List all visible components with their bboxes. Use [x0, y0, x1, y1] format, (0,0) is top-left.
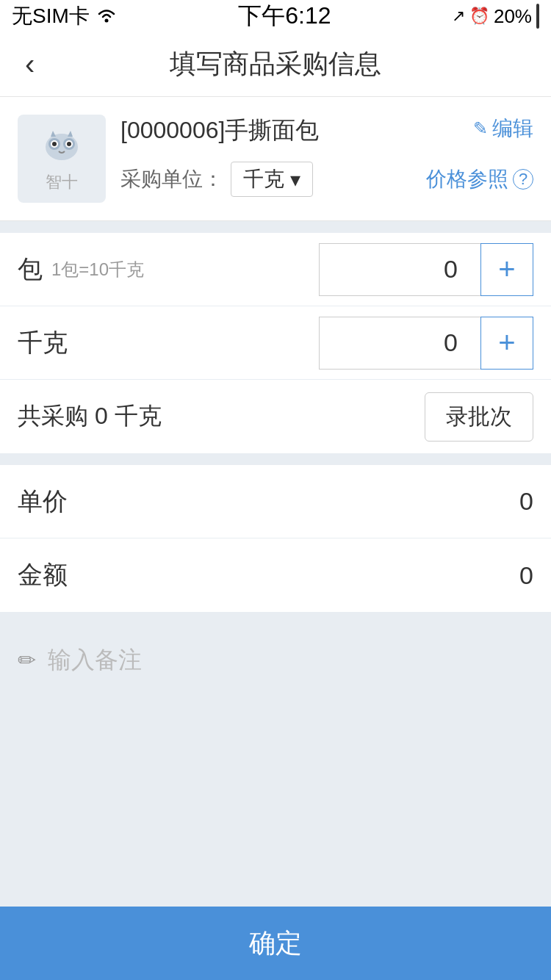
edit-label: 编辑 — [492, 115, 533, 143]
bag-label: 包 1包=10千克 — [18, 253, 144, 287]
carrier-label: 无SIM卡 — [12, 2, 90, 30]
kg-label-text: 千克 — [18, 326, 68, 360]
svg-point-0 — [104, 19, 108, 23]
owl-label: 智十 — [46, 171, 78, 193]
bag-sublabel: 1包=10千克 — [51, 258, 144, 281]
alarm-icon: ⏰ — [469, 7, 489, 26]
status-left: 无SIM卡 — [12, 2, 118, 30]
divider-2 — [0, 453, 551, 465]
unit-price-row: 单价 0 — [0, 465, 551, 538]
main-content: 智十 [0000006]手撕面包 ✎ 编辑 采购单位： 千克 ▾ — [0, 97, 551, 980]
unit-price-label: 单价 — [18, 485, 68, 519]
edit-icon: ✎ — [473, 118, 488, 139]
bag-input-wrap: + — [319, 243, 533, 296]
bag-plus-icon: + — [498, 253, 515, 286]
svg-point-7 — [67, 142, 71, 146]
status-bar: 无SIM卡 下午6:12 ↗ ⏰ 20% — [0, 0, 551, 32]
kg-quantity-input[interactable] — [319, 317, 480, 370]
back-button[interactable]: ‹ — [18, 40, 42, 88]
price-ref-button[interactable]: 价格参照 ? — [426, 165, 533, 193]
battery-percent: 20% — [494, 5, 532, 28]
kg-plus-icon: + — [498, 326, 515, 359]
kg-label: 千克 — [18, 326, 135, 360]
status-right: ↗ ⏰ 20% — [452, 5, 539, 28]
unit-selector[interactable]: 千克 ▾ — [231, 162, 313, 197]
unit-price-value: 0 — [519, 487, 533, 516]
pencil-icon: ✏ — [18, 647, 36, 673]
divider-1 — [0, 221, 551, 233]
product-image: 智十 — [18, 115, 106, 203]
gps-icon: ↗ — [452, 7, 465, 26]
amount-row: 金额 0 — [0, 538, 551, 612]
battery-icon — [536, 5, 539, 28]
price-ref-label: 价格参照 — [426, 165, 508, 193]
batch-button[interactable]: 录批次 — [425, 392, 533, 442]
product-card: 智十 [0000006]手撕面包 ✎ 编辑 采购单位： 千克 ▾ — [0, 97, 551, 221]
summary-row: 共采购 0 千克 录批次 — [0, 380, 551, 453]
purchase-unit-label: 采购单位： — [120, 165, 223, 193]
kg-input-wrap: + — [319, 317, 533, 370]
remark-placeholder: 输入备注 — [48, 644, 142, 677]
svg-point-6 — [52, 142, 57, 146]
kg-plus-button[interactable]: + — [480, 317, 533, 370]
nav-bar: ‹ 填写商品采购信息 — [0, 32, 551, 97]
kg-input-row: 千克 + — [0, 306, 551, 380]
amount-value: 0 — [519, 561, 533, 590]
confirm-bar[interactable]: 确定 — [0, 907, 551, 980]
dropdown-icon: ▾ — [290, 167, 300, 192]
page-title: 填写商品采购信息 — [170, 46, 381, 82]
confirm-label: 确定 — [249, 926, 302, 962]
status-time: 下午6:12 — [238, 0, 331, 32]
quantity-section: 包 1包=10千克 + 千克 + — [0, 233, 551, 380]
amount-label: 金额 — [18, 558, 68, 592]
bag-label-text: 包 — [18, 253, 43, 287]
product-name: [0000006]手撕面包 — [120, 115, 319, 147]
remark-section[interactable]: ✏ 输入备注 — [0, 624, 551, 712]
bag-plus-button[interactable]: + — [480, 243, 533, 296]
owl-icon — [40, 125, 84, 168]
product-info: [0000006]手撕面包 ✎ 编辑 采购单位： 千克 ▾ 价格参照 ? — [120, 115, 533, 197]
purchase-unit: 采购单位： 千克 ▾ — [120, 162, 313, 197]
price-section: 单价 0 金额 0 — [0, 465, 551, 612]
unit-value: 千克 — [243, 165, 284, 193]
bag-quantity-input[interactable] — [319, 243, 480, 296]
wifi-icon — [96, 4, 118, 28]
price-ref-icon: ? — [513, 169, 533, 190]
edit-button[interactable]: ✎ 编辑 — [473, 115, 533, 143]
summary-text: 共采购 0 千克 — [18, 400, 162, 433]
bag-input-row: 包 1包=10千克 + — [0, 233, 551, 306]
